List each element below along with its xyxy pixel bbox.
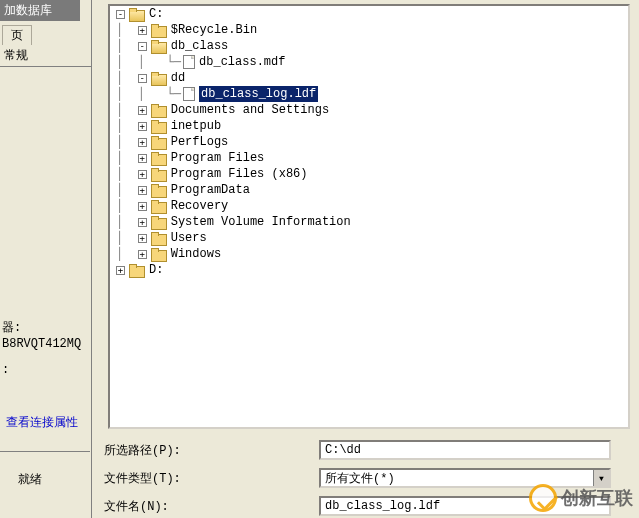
status-ready: 就绪 (18, 471, 42, 488)
tree-node[interactable]: │ + inetpub (110, 118, 628, 134)
file-name-label: 文件名(N): (104, 498, 319, 515)
tree-label: Windows (171, 246, 221, 262)
server-value: B8RVQT412MQ (2, 336, 81, 352)
tree-node[interactable]: │ + Recovery (110, 198, 628, 214)
connection-info: 器: B8RVQT412MQ : (2, 320, 81, 378)
folder-icon (151, 248, 167, 260)
folder-open-icon (151, 72, 167, 84)
expand-icon[interactable]: + (138, 218, 147, 227)
tree-node[interactable]: │ + $Recycle.Bin (110, 22, 628, 38)
expand-icon[interactable]: + (138, 250, 147, 259)
connection-label: : (2, 362, 81, 378)
folder-icon (151, 152, 167, 164)
expand-icon[interactable]: + (138, 234, 147, 243)
file-type-value: 所有文件(*) (325, 470, 395, 487)
sidebar: 加数据库 页 常规 器: B8RVQT412MQ : 查看连接属性 就绪 (0, 0, 92, 518)
folder-icon (151, 184, 167, 196)
tab-general[interactable]: 常规 (0, 45, 91, 66)
tree-label: Users (171, 230, 207, 246)
sidebar-header: 加数据库 (0, 0, 80, 21)
server-label: 器: (2, 320, 81, 336)
chevron-down-icon[interactable]: ▼ (593, 470, 609, 486)
tree-label: db_class (171, 38, 229, 54)
file-icon (183, 55, 195, 69)
tab-page[interactable]: 页 (2, 25, 32, 45)
file-type-label: 文件类型(T): (104, 470, 319, 487)
collapse-icon[interactable]: - (116, 10, 125, 19)
tree-node-file-selected[interactable]: │ │ └─ db_class_log.ldf (110, 86, 628, 102)
expand-icon[interactable]: + (138, 122, 147, 131)
tree-node-file[interactable]: │ │ └─ db_class.mdf (110, 54, 628, 70)
tree-label: ProgramData (171, 182, 250, 198)
tree-label: Recovery (171, 198, 229, 214)
collapse-icon[interactable]: - (138, 42, 147, 51)
file-icon (183, 87, 195, 101)
tree-label: db_class.mdf (199, 54, 285, 70)
tree-label-selected: db_class_log.ldf (199, 86, 318, 102)
tree-node[interactable]: │ + ProgramData (110, 182, 628, 198)
folder-icon (151, 104, 167, 116)
tree-node[interactable]: │ - dd (110, 70, 628, 86)
tree-label: $Recycle.Bin (171, 22, 257, 38)
expand-icon[interactable]: + (138, 154, 147, 163)
folder-open-icon (151, 40, 167, 52)
expand-icon[interactable]: + (138, 106, 147, 115)
tree-label: inetpub (171, 118, 221, 134)
tree-label: C: (149, 6, 163, 22)
tree-node-d[interactable]: + D: (110, 262, 628, 278)
folder-icon (151, 216, 167, 228)
expand-icon[interactable]: + (138, 186, 147, 195)
folder-icon (151, 136, 167, 148)
folder-open-icon (129, 8, 145, 20)
folder-icon (151, 232, 167, 244)
tree-node[interactable]: │ + System Volume Information (110, 214, 628, 230)
expand-icon[interactable]: + (138, 202, 147, 211)
view-connection-properties-link[interactable]: 查看连接属性 (6, 414, 78, 431)
folder-icon (151, 200, 167, 212)
main-panel: - C: │ + $Recycle.Bin │ - db_class │ │ └… (100, 0, 639, 518)
tree-label: PerfLogs (171, 134, 229, 150)
tree-node[interactable]: │ + Windows (110, 246, 628, 262)
folder-icon (151, 24, 167, 36)
tree-node[interactable]: │ + Program Files (110, 150, 628, 166)
tree-node[interactable]: │ + Program Files (x86) (110, 166, 628, 182)
folder-icon (151, 168, 167, 180)
expand-icon[interactable]: + (116, 266, 125, 275)
folder-tree[interactable]: - C: │ + $Recycle.Bin │ - db_class │ │ └… (108, 4, 630, 429)
tree-node[interactable]: │ + Users (110, 230, 628, 246)
collapse-icon[interactable]: - (138, 74, 147, 83)
file-type-combo[interactable]: 所有文件(*) ▼ (319, 468, 611, 488)
expand-icon[interactable]: + (138, 170, 147, 179)
expand-icon[interactable]: + (138, 138, 147, 147)
tree-node[interactable]: │ + PerfLogs (110, 134, 628, 150)
tree-label: dd (171, 70, 185, 86)
tree-label: D: (149, 262, 163, 278)
tree-label: Program Files (171, 150, 265, 166)
tree-label: System Volume Information (171, 214, 351, 230)
folder-icon (129, 264, 145, 276)
selected-path-label: 所选路径(P): (104, 442, 319, 459)
tree-node-c[interactable]: - C: (110, 6, 628, 22)
expand-icon[interactable]: + (138, 26, 147, 35)
tree-label: Program Files (x86) (171, 166, 308, 182)
tree-node[interactable]: │ + Documents and Settings (110, 102, 628, 118)
tree-label: Documents and Settings (171, 102, 329, 118)
file-name-input[interactable] (319, 496, 611, 516)
folder-icon (151, 120, 167, 132)
tree-node[interactable]: │ - db_class (110, 38, 628, 54)
selected-path-input[interactable] (319, 440, 611, 460)
